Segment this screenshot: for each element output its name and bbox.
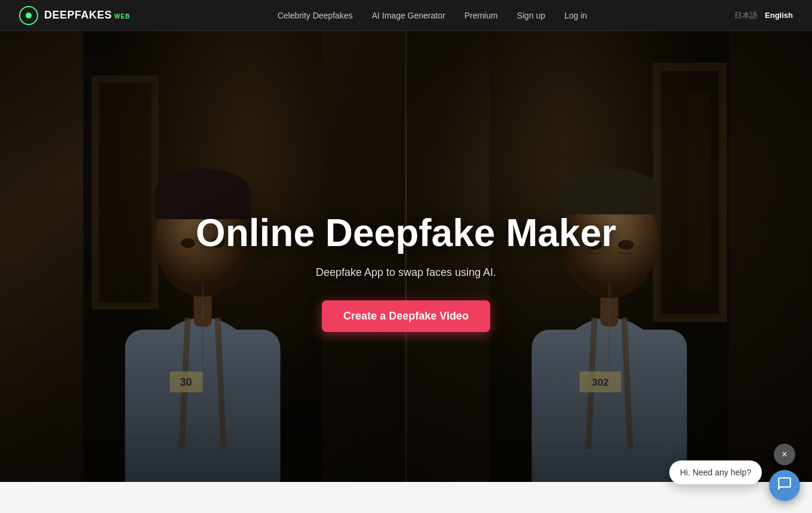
chat-bubble: Hi. Need any help? [669, 460, 762, 484]
brand-name: DEEPFAKES [44, 9, 112, 21]
lang-japanese[interactable]: 日本語 [734, 10, 758, 21]
navbar: DEEPFAKES WEB Celebrity Deepfakes AI Ima… [0, 0, 812, 31]
chat-close-button[interactable]: × [774, 444, 795, 465]
chat-widget: Hi. Need any help? × [669, 444, 800, 501]
nav-login[interactable]: Log in [564, 11, 587, 20]
hero-content: Online Deepfake Maker Deepfake App to sw… [184, 212, 628, 331]
logo-link[interactable]: DEEPFAKES WEB [19, 6, 130, 25]
hero-subtitle: Deepfake App to swap faces using AI. [196, 266, 616, 279]
nav-ai-image-generator[interactable]: AI Image Generator [372, 11, 445, 20]
create-deepfake-button[interactable]: Create a Deepfake Video [322, 300, 490, 332]
lang-english[interactable]: English [765, 11, 793, 20]
hero-title: Online Deepfake Maker [196, 212, 616, 254]
hero-section: 30 [0, 31, 812, 513]
language-switcher: 日本語 English [734, 10, 793, 21]
chat-open-button[interactable] [769, 470, 800, 501]
nav-links: Celebrity Deepfakes AI Image Generator P… [278, 11, 588, 20]
brand-sub: WEB [115, 13, 130, 20]
close-icon: × [782, 449, 787, 460]
nav-premium[interactable]: Premium [465, 11, 498, 20]
chat-buttons: × [769, 444, 800, 501]
logo-icon [19, 6, 38, 25]
chat-icon [777, 476, 792, 495]
nav-celebrity-deepfakes[interactable]: Celebrity Deepfakes [278, 11, 353, 20]
logo-circle-inner [26, 13, 32, 19]
logo-text: DEEPFAKES WEB [44, 9, 130, 21]
nav-signup[interactable]: Sign up [517, 11, 545, 20]
